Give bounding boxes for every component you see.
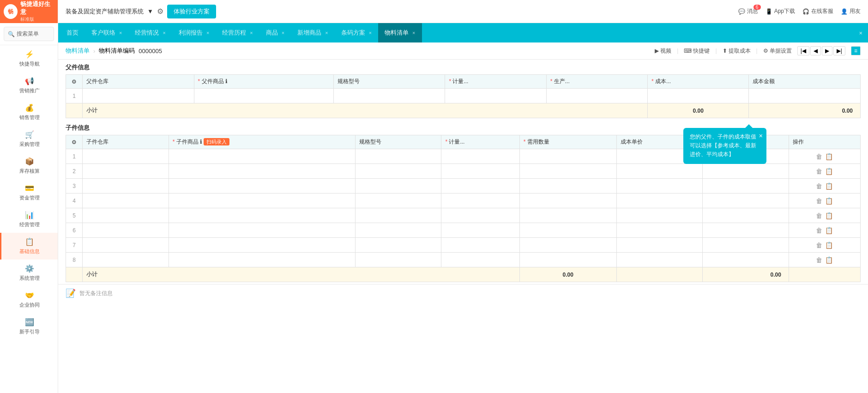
child-row-4-spec[interactable] bbox=[355, 193, 441, 208]
sidebar-item-system[interactable]: ⚙️ 系统管理 bbox=[0, 260, 58, 286]
copy-icon-8[interactable]: 📋 bbox=[825, 256, 833, 264]
child-row-5-unit-cost[interactable] bbox=[616, 208, 703, 223]
child-row-3-warehouse[interactable] bbox=[83, 179, 169, 193]
child-row-8-qty[interactable] bbox=[519, 253, 616, 267]
tab-bom-close[interactable]: × bbox=[412, 30, 415, 36]
child-row-3-goods[interactable] bbox=[169, 179, 355, 193]
copy-icon-7[interactable]: 📋 bbox=[825, 242, 833, 249]
copy-icon-5[interactable]: 📋 bbox=[825, 212, 833, 219]
child-row-8-cost-amount[interactable] bbox=[703, 253, 789, 267]
user-action[interactable]: 👤 用友 bbox=[841, 7, 861, 15]
prev-button[interactable]: ◀ bbox=[810, 46, 821, 55]
tab-profit-report[interactable]: 利润报告 × bbox=[172, 23, 216, 42]
shortcut-action[interactable]: ⌨ 快捷键 bbox=[684, 47, 710, 55]
delete-icon-2[interactable]: 🗑 bbox=[816, 168, 822, 175]
sidebar-item-sales[interactable]: 💰 销售管理 bbox=[0, 99, 58, 126]
parent-row-1-unit[interactable] bbox=[445, 89, 546, 103]
copy-icon-6[interactable]: 📋 bbox=[825, 227, 833, 234]
sidebar-item-finance[interactable]: 💳 资金管理 bbox=[0, 179, 58, 206]
tab-ops-status[interactable]: 经营情况 × bbox=[128, 23, 172, 42]
child-row-4-warehouse[interactable] bbox=[83, 193, 169, 208]
child-row-2-unit[interactable] bbox=[441, 164, 519, 179]
tab-new-goods[interactable]: 新增商品 × bbox=[291, 23, 334, 42]
child-row-7-cost-amount[interactable] bbox=[703, 238, 789, 253]
child-row-2-spec[interactable] bbox=[355, 164, 441, 179]
app-download-action[interactable]: 📱 App下载 bbox=[766, 7, 795, 15]
child-row-3-unit-cost[interactable] bbox=[616, 179, 703, 193]
delete-icon-5[interactable]: 🗑 bbox=[816, 212, 822, 219]
child-row-6-unit-cost[interactable] bbox=[616, 223, 703, 238]
child-row-8-warehouse[interactable] bbox=[83, 253, 169, 267]
tooltip-close-button[interactable]: × bbox=[759, 131, 763, 141]
tab-home[interactable]: 首页 bbox=[60, 23, 85, 42]
parent-row-1-cost-amount[interactable] bbox=[749, 89, 861, 103]
message-action[interactable]: 💬 消息 6 bbox=[738, 7, 758, 15]
child-row-2-unit-cost[interactable] bbox=[616, 164, 703, 179]
sidebar-item-operations[interactable]: 📊 经营管理 bbox=[0, 206, 58, 233]
tab-barcode-close[interactable]: × bbox=[369, 30, 372, 36]
child-row-6-goods[interactable] bbox=[169, 223, 355, 238]
child-row-7-spec[interactable] bbox=[355, 238, 441, 253]
copy-icon-1[interactable]: 📋 bbox=[825, 153, 833, 160]
child-row-4-unit-cost[interactable] bbox=[616, 193, 703, 208]
child-row-3-spec[interactable] bbox=[355, 179, 441, 193]
settings-button[interactable]: ⚙ bbox=[157, 7, 163, 16]
extract-cost-action[interactable]: ⬆ 提取成本 bbox=[723, 47, 751, 55]
child-row-7-warehouse[interactable] bbox=[83, 238, 169, 253]
child-row-6-unit[interactable] bbox=[441, 223, 519, 238]
delete-icon-3[interactable]: 🗑 bbox=[816, 182, 822, 190]
child-row-6-spec[interactable] bbox=[355, 223, 441, 238]
child-row-4-cost-amount[interactable] bbox=[703, 193, 789, 208]
child-row-6-warehouse[interactable] bbox=[83, 223, 169, 238]
next-button[interactable]: ▶ bbox=[822, 46, 832, 55]
tab-ops-status-close[interactable]: × bbox=[163, 30, 165, 36]
tab-ops-history-close[interactable]: × bbox=[250, 30, 253, 36]
sidebar-item-inventory[interactable]: 📦 库存核算 bbox=[0, 152, 58, 179]
delete-icon-4[interactable]: 🗑 bbox=[816, 197, 822, 205]
child-row-7-qty[interactable] bbox=[519, 238, 616, 253]
sidebar-item-marketing[interactable]: 📢 营销推广 bbox=[0, 72, 58, 99]
tab-goods[interactable]: 商品 × bbox=[259, 23, 291, 42]
breadcrumb-link[interactable]: 物料清单 bbox=[66, 47, 90, 55]
child-row-2-qty[interactable] bbox=[519, 164, 616, 179]
delete-icon-7[interactable]: 🗑 bbox=[816, 242, 822, 249]
delete-icon-8[interactable]: 🗑 bbox=[816, 256, 822, 264]
close-all-tabs[interactable]: × bbox=[855, 30, 866, 36]
child-row-8-goods[interactable] bbox=[169, 253, 355, 267]
child-row-6-qty[interactable] bbox=[519, 223, 616, 238]
parent-row-1-goods[interactable] bbox=[194, 89, 333, 103]
child-row-5-spec[interactable] bbox=[355, 208, 441, 223]
tab-new-goods-close[interactable]: × bbox=[325, 30, 328, 36]
video-action[interactable]: ▶ 视频 bbox=[655, 47, 671, 55]
child-row-4-unit[interactable] bbox=[441, 193, 519, 208]
grid-view-button[interactable]: ≡ bbox=[851, 46, 861, 55]
child-row-6-cost-amount[interactable] bbox=[703, 223, 789, 238]
tab-barcode[interactable]: 条码方案 × bbox=[335, 23, 378, 42]
child-row-3-qty[interactable] bbox=[519, 179, 616, 193]
child-row-3-unit[interactable] bbox=[441, 179, 519, 193]
child-row-7-unit[interactable] bbox=[441, 238, 519, 253]
sidebar-item-basic-info[interactable]: 📋 基础信息 bbox=[0, 233, 58, 260]
sidebar-item-enterprise[interactable]: 🤝 企业协同 bbox=[0, 286, 58, 313]
delete-icon-1[interactable]: 🗑 bbox=[816, 153, 822, 160]
copy-icon-2[interactable]: 📋 bbox=[825, 168, 833, 175]
online-service-action[interactable]: 🎧 在线客服 bbox=[802, 7, 833, 15]
sidebar-item-quick-nav[interactable]: ⚡ 快捷导航 bbox=[0, 45, 58, 72]
scan-badge[interactable]: 扫码录入 bbox=[204, 138, 229, 145]
parent-row-1-warehouse[interactable] bbox=[83, 89, 194, 103]
child-row-8-unit-cost[interactable] bbox=[616, 253, 703, 267]
delete-icon-6[interactable]: 🗑 bbox=[816, 227, 822, 234]
child-row-4-goods[interactable] bbox=[169, 193, 355, 208]
child-row-1-qty[interactable] bbox=[519, 149, 616, 164]
child-row-1-spec[interactable] bbox=[355, 149, 441, 164]
copy-icon-4[interactable]: 📋 bbox=[825, 197, 833, 205]
tab-customer-close[interactable]: × bbox=[119, 30, 122, 36]
child-row-3-cost-amount[interactable] bbox=[703, 179, 789, 193]
child-row-7-unit-cost[interactable] bbox=[616, 238, 703, 253]
tab-customer[interactable]: 客户联络 × bbox=[85, 23, 128, 42]
sidebar-item-guide[interactable]: 🆕 新手引导 bbox=[0, 313, 58, 340]
parent-row-1-production[interactable] bbox=[546, 89, 647, 103]
child-row-5-unit[interactable] bbox=[441, 208, 519, 223]
parent-row-1-cost[interactable] bbox=[648, 89, 749, 103]
child-row-1-goods[interactable] bbox=[169, 149, 355, 164]
